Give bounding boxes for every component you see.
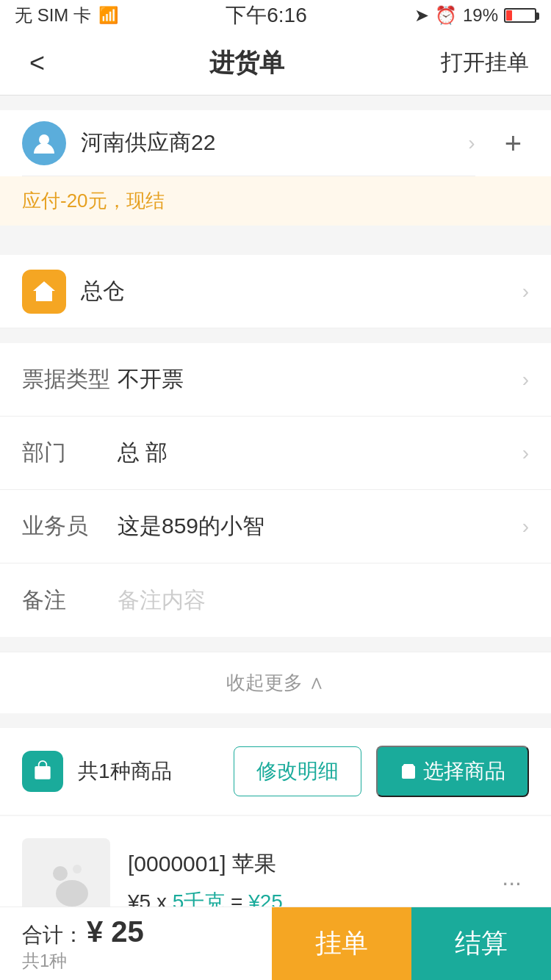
- supplier-chevron-icon: ›: [468, 131, 475, 155]
- cart-icon: [400, 763, 417, 780]
- back-button[interactable]: <: [22, 40, 52, 86]
- status-right: ➤ ⏰ 19%: [414, 5, 536, 26]
- bag-icon: [31, 760, 54, 783]
- products-icon-bg: [22, 751, 63, 792]
- bottom-bar: 合计： ¥ 25 共1种 挂单 结算: [0, 907, 551, 980]
- status-bar: 无 SIM 卡 📶 下午6:16 ➤ ⏰ 19%: [0, 0, 551, 31]
- invoice-type-label: 票据类型: [22, 364, 118, 394]
- total-amount: ¥ 25: [87, 915, 144, 948]
- warehouse-name: 总仓: [81, 276, 522, 306]
- carrier-text: 无 SIM 卡: [15, 4, 91, 27]
- warehouse-divider: [0, 226, 551, 240]
- select-products-button[interactable]: 选择商品: [376, 746, 529, 797]
- wifi-icon: 📶: [98, 6, 118, 25]
- department-label: 部门: [22, 438, 118, 468]
- product-title: 苹果: [232, 851, 276, 876]
- status-left: 无 SIM 卡 📶: [15, 4, 118, 27]
- products-header: 共1种商品 修改明细 选择商品: [0, 728, 551, 815]
- nav-bar: < 进货单 打开挂单: [0, 31, 551, 96]
- department-chevron-icon: ›: [522, 442, 529, 465]
- warehouse-chevron-icon: ›: [522, 280, 529, 303]
- hang-button[interactable]: 挂单: [272, 907, 411, 981]
- invoice-type-row[interactable]: 票据类型 不开票 ›: [0, 343, 551, 417]
- house-icon: [31, 278, 57, 305]
- add-supplier-button[interactable]: +: [497, 127, 529, 160]
- open-hang-button[interactable]: 打开挂单: [441, 48, 529, 78]
- salesman-value: 这是859的小智: [118, 511, 522, 541]
- total-sub: 共1种: [22, 949, 250, 973]
- edit-details-button[interactable]: 修改明细: [234, 746, 361, 796]
- product-info: [0000001] 苹果 ¥5 x 5千克 = ¥25: [128, 849, 477, 916]
- person-icon: [31, 130, 57, 156]
- notice-bar: 应付-20元，现结: [0, 176, 551, 226]
- location-icon: ➤: [414, 5, 429, 26]
- remark-value: 备注内容: [118, 586, 529, 616]
- product-name: [0000001] 苹果: [128, 849, 477, 879]
- warehouse-icon-bg: [22, 270, 66, 314]
- remark-label: 备注: [22, 586, 118, 616]
- supplier-avatar: [22, 121, 66, 165]
- products-count: 共1种商品: [78, 757, 219, 785]
- salesman-row[interactable]: 业务员 这是859的小智 ›: [0, 490, 551, 563]
- alarm-icon: ⏰: [435, 5, 457, 26]
- page-title: 进货单: [209, 46, 284, 80]
- product-code: [0000001]: [128, 851, 226, 876]
- battery-percent: 19%: [463, 5, 498, 26]
- checkout-button[interactable]: 结算: [411, 907, 551, 981]
- warehouse-row[interactable]: 总仓 ›: [0, 255, 551, 328]
- supplier-row[interactable]: 河南供应商22 ›: [22, 110, 475, 176]
- department-value: 总 部: [118, 438, 522, 468]
- svg-point-3: [53, 866, 68, 881]
- supplier-name: 河南供应商22: [81, 128, 468, 158]
- salesman-chevron-icon: ›: [522, 515, 529, 538]
- collapse-bar[interactable]: 收起更多 ∧: [0, 652, 551, 713]
- battery-icon: [504, 8, 536, 23]
- form-fields-section: 票据类型 不开票 › 部门 总 部 › 业务员 这是859的小智 › 备注 备注…: [0, 343, 551, 637]
- product-placeholder-icon: [37, 853, 96, 912]
- svg-point-4: [56, 880, 88, 907]
- svg-point-5: [73, 865, 82, 873]
- supplier-section: 河南供应商22 › +: [0, 110, 551, 176]
- status-time: 下午6:16: [226, 1, 307, 29]
- remark-row[interactable]: 备注 备注内容: [0, 563, 551, 637]
- invoice-type-chevron-icon: ›: [522, 368, 529, 392]
- total-label: 合计：: [22, 921, 84, 949]
- select-products-label: 选择商品: [423, 757, 505, 785]
- total-section: 合计： ¥ 25 共1种: [0, 915, 272, 973]
- top-divider: [0, 96, 551, 110]
- invoice-type-value: 不开票: [118, 364, 522, 394]
- product-more-button[interactable]: ···: [494, 862, 529, 904]
- svg-point-0: [39, 134, 49, 145]
- salesman-label: 业务员: [22, 511, 118, 541]
- department-row[interactable]: 部门 总 部 ›: [0, 417, 551, 490]
- svg-rect-1: [35, 766, 50, 779]
